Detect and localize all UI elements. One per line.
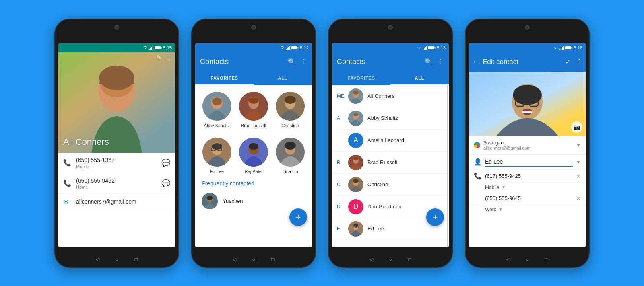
phone-clear-2[interactable]: ✕ — [576, 195, 581, 202]
phone-type-arrow-1[interactable]: ▼ — [502, 185, 506, 189]
nav-bar-4: ◁ ○ □ — [466, 256, 589, 263]
phone-clear-1[interactable]: ✕ — [576, 173, 581, 179]
scrollbar-3 — [447, 85, 448, 247]
phone-3: 5:13 Contacts 🔍 ⋮ FAVORITES ALL — [328, 19, 453, 268]
recent-button-3[interactable]: □ — [406, 256, 413, 263]
add-icon-3: + — [433, 212, 438, 222]
more-icon-4[interactable]: ⋮ — [576, 58, 582, 66]
p1-email-row[interactable]: ✉ aliconners7@gmail.com — [58, 194, 175, 210]
home-button-2[interactable]: ○ — [250, 256, 257, 263]
edit-icon[interactable]: ✎ — [157, 54, 161, 60]
phone-type-arrow-2[interactable]: ▼ — [499, 207, 503, 212]
wifi-icon-2 — [280, 46, 285, 50]
svg-rect-7 — [297, 47, 298, 49]
home-button-1[interactable]: ○ — [113, 256, 120, 263]
p2-header-icons: 🔍 ⋮ — [288, 58, 307, 66]
more-icon-3[interactable]: ⋮ — [438, 58, 444, 66]
camera-1 — [114, 25, 119, 30]
search-icon-2[interactable]: 🔍 — [288, 58, 296, 66]
contact-ali[interactable]: ME Ali Conners — [332, 85, 449, 107]
camera-3 — [388, 25, 393, 30]
contact-amelia[interactable]: A Amelia Leonard — [332, 130, 449, 152]
saving-to-row: Saving to aliconners7@gmail.com ▼ — [469, 136, 586, 155]
name-edlee-3: Ed Lee — [367, 226, 384, 232]
section-d: D — [337, 204, 345, 210]
person-icon-4: 👤 — [474, 158, 482, 166]
check-icon-4[interactable]: ✓ — [565, 58, 570, 66]
recent-button-1[interactable]: □ — [132, 256, 140, 263]
name-amelia: Amelia Leonard — [367, 137, 404, 143]
search-icon-3[interactable]: 🔍 — [425, 58, 433, 66]
avatar-yuechen — [202, 193, 218, 209]
nav-bar-3: ◁ ○ □ — [329, 256, 452, 263]
favorite-raj[interactable]: Raj Patel — [239, 138, 268, 174]
section-a: A — [337, 115, 345, 121]
avatar-raj — [239, 138, 268, 167]
saving-dropdown-icon[interactable]: ▼ — [576, 142, 581, 148]
contact-brad-3[interactable]: B Brad Russell — [332, 152, 449, 174]
phone-input-1[interactable] — [485, 172, 573, 180]
phone-input-2[interactable] — [485, 194, 573, 202]
favorite-edlee[interactable]: Ed Lee — [202, 138, 231, 174]
favorite-tina[interactable]: Tina Liu — [276, 138, 305, 174]
p1-phone-row-1[interactable]: 📞 (650) 555-1367 Mobile 💬 — [58, 153, 175, 173]
signal-icons-1 — [143, 46, 162, 50]
time-4: 5:16 — [574, 45, 582, 50]
back-button-3[interactable]: ◁ — [367, 256, 375, 263]
back-button-2[interactable]: ◁ — [231, 256, 238, 263]
svg-point-28 — [285, 142, 296, 150]
chat-icon-1[interactable]: 💬 — [161, 158, 170, 167]
name-field-row: 👤 ▼ — [469, 155, 586, 170]
fab-add-contact-2[interactable]: + — [289, 208, 307, 226]
p2-favorites-row-1: Abby Schultz Brad Russell — [195, 85, 312, 131]
p1-phone-row-2[interactable]: 📞 (650) 555-9462 Home 💬 — [58, 173, 175, 194]
phone-2-dropdown-row: Work ▼ — [469, 205, 586, 214]
svg-rect-1 — [161, 47, 161, 49]
p2-favorites-row-2: Ed Lee Raj Patel — [195, 131, 312, 177]
contact-christine-3[interactable]: C Christine — [332, 174, 449, 196]
tab-all-3[interactable]: ALL — [390, 72, 449, 84]
contact-abby-3[interactable]: A Abby Schultz — [332, 107, 449, 130]
svg-point-10 — [212, 97, 222, 105]
avatar-brad — [239, 92, 268, 121]
more-icon[interactable]: ⋮ — [166, 54, 172, 60]
home-button-3[interactable]: ○ — [387, 256, 394, 263]
favorite-christine[interactable]: Christine — [276, 92, 305, 128]
saving-to-email: aliconners7@gmail.com — [483, 146, 531, 150]
svg-point-19 — [212, 143, 222, 150]
signal-icon-4 — [559, 46, 564, 50]
fab-add-contact-3[interactable]: + — [426, 208, 444, 226]
back-button-4[interactable]: ◁ — [504, 256, 512, 263]
p1-contact-header: ✎ ⋮ Ali Conners — [58, 52, 175, 153]
favorite-abby[interactable]: Abby Schultz — [202, 92, 231, 128]
svg-point-36 — [353, 91, 359, 95]
camera-icon-4[interactable]: 📷 — [571, 121, 582, 133]
phone-icon-2: 📞 — [63, 179, 71, 187]
name-ali: Ali Conners — [367, 93, 394, 99]
add-icon-2: + — [296, 212, 301, 222]
avatar-dan: D — [348, 199, 363, 214]
signal-icon-1 — [149, 46, 153, 50]
phone-4-screen: 5:16 ← Edit contact ✓ ⋮ — [469, 43, 586, 247]
recent-button-4[interactable]: □ — [543, 256, 550, 263]
p3-header-icons: 🔍 ⋮ — [425, 58, 444, 66]
name-input-4[interactable] — [485, 157, 573, 167]
p3-app-header: Contacts 🔍 ⋮ — [332, 52, 449, 72]
tab-all-2[interactable]: ALL — [254, 72, 312, 84]
avatar-tina — [276, 138, 305, 167]
tab-favorites-2[interactable]: FAVORITES — [195, 72, 254, 84]
back-button-header-4[interactable]: ← — [472, 58, 479, 66]
back-button-1[interactable]: ◁ — [94, 256, 101, 263]
recent-button-2[interactable]: □ — [269, 256, 277, 263]
email-icon: ✉ — [63, 198, 71, 206]
chat-icon-2[interactable]: 💬 — [161, 179, 170, 188]
tab-favorites-3[interactable]: FAVORITES — [332, 72, 390, 84]
favorite-brad[interactable]: Brad Russell — [239, 92, 268, 128]
phone-type-1: Mobile — [485, 185, 499, 190]
more-icon-2[interactable]: ⋮ — [301, 58, 307, 66]
signal-icons-4 — [553, 46, 572, 50]
phone-type-2: Work — [485, 207, 496, 212]
phone-2-field-row: ✕ — [469, 192, 586, 205]
home-button-4[interactable]: ○ — [524, 256, 531, 263]
svg-point-39 — [353, 113, 358, 116]
